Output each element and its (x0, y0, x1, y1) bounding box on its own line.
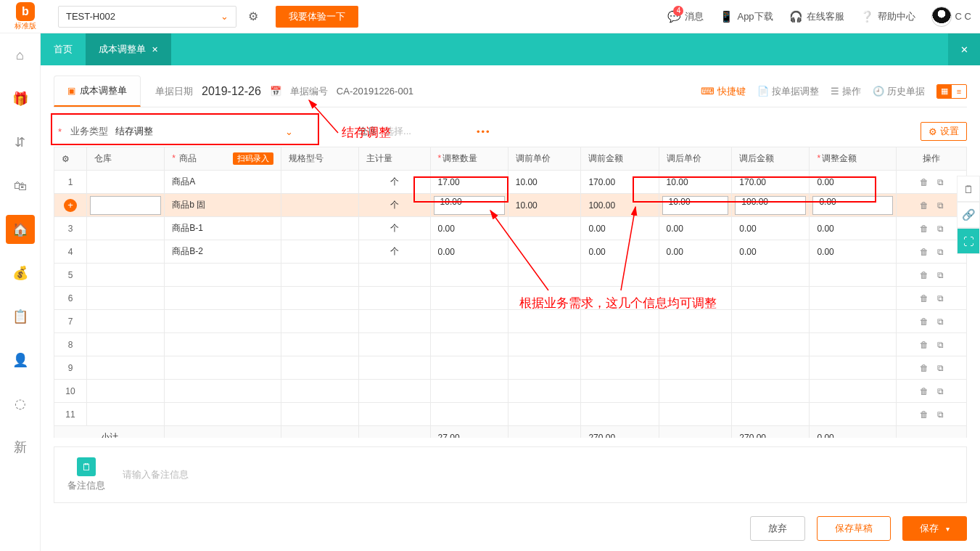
delete-icon[interactable]: 🗑 (920, 386, 928, 396)
by-bill-link[interactable]: 📄按单据调整 (757, 85, 819, 98)
discard-button[interactable]: 放弃 (750, 516, 805, 541)
copy-icon[interactable]: ⧉ (937, 177, 944, 187)
cell-input[interactable]: 100.00 (735, 196, 806, 215)
nav-contact-icon[interactable]: 👤 (6, 346, 35, 375)
nav-bag-icon[interactable]: 🛍 (6, 171, 35, 200)
warehouse-field: 仓库 选择... (358, 125, 411, 138)
gear-icon: ⚙ (928, 126, 937, 137)
table-row[interactable]: 8🗑⧉ (54, 333, 967, 356)
table-header-row: ⚙ 仓库 商品 扫码录入 规格型号 主计量 调整数量 调前单价 调前金额 调后单 (54, 147, 967, 171)
copy-icon[interactable]: ⧉ (937, 363, 944, 373)
nav-warehouse-icon[interactable]: 🏠 (6, 215, 35, 244)
delete-icon[interactable]: 🗑 (920, 224, 928, 234)
nav-home-icon[interactable]: ⌂ (6, 41, 35, 70)
grid-wrap: ⚙ 仓库 商品 扫码录入 规格型号 主计量 调整数量 调前单价 调前金额 调后单 (54, 147, 967, 438)
cell-input[interactable]: 10.00 (662, 196, 729, 215)
table-row[interactable]: 10🗑⧉ (54, 380, 967, 403)
subtotal-adj-amt: 0.00 (810, 426, 897, 438)
tab-home[interactable]: 首页 (41, 33, 86, 65)
delete-icon[interactable]: 🗑 (920, 247, 928, 257)
attach-icon[interactable]: 🔗 (957, 202, 980, 228)
nav-new-icon[interactable]: 新 (6, 433, 35, 462)
view-toggle[interactable]: ▦ ≡ (936, 84, 967, 99)
close-all-tabs[interactable]: ✕ (948, 33, 980, 65)
biz-type-select[interactable]: 结存调整 ⌄ (115, 125, 293, 138)
settings-button[interactable]: ⚙ 设置 (921, 122, 967, 141)
history-icon: 🕘 (873, 86, 884, 97)
messages-link[interactable]: 💬 消息 4 (667, 10, 704, 23)
save-draft-button[interactable]: 保存草稿 (817, 516, 891, 541)
col-config-icon[interactable]: ⚙ (54, 147, 87, 171)
cell-input[interactable]: 0.00 (812, 196, 893, 215)
note-toggle-icon[interactable]: 🗒 (957, 176, 980, 202)
remark-box: 🗒 备注信息 请输入备注信息 (54, 446, 967, 503)
list-icon: ☰ (831, 86, 839, 97)
col-qty: 调整数量 (430, 147, 508, 171)
table-row[interactable]: 1商品A个17.0010.00170.0010.00170.000.00🗑⧉ (54, 171, 967, 194)
nav-clipboard-icon[interactable]: 📋 (6, 302, 35, 331)
user-menu[interactable]: C C (931, 7, 971, 27)
copy-icon[interactable]: ⧉ (937, 270, 944, 280)
warehouse-cell-input[interactable] (90, 196, 161, 215)
delete-icon[interactable]: 🗑 (920, 177, 928, 187)
table-row[interactable]: +商品b 固个10.0010.00100.0010.00100.000.00🗑⧉ (54, 194, 967, 217)
doc-actions: ⌨快捷键 📄按单据调整 ☰操作 🕘历史单据 ▦ ≡ (701, 84, 967, 99)
expand-icon[interactable]: ⛶ (957, 228, 980, 254)
table-row[interactable]: 5🗑⧉ (54, 264, 967, 287)
delete-icon[interactable]: 🗑 (920, 200, 928, 211)
calendar-icon[interactable]: 📅 (270, 86, 281, 97)
doc-title: 成本调整单 (80, 84, 127, 97)
service-link[interactable]: 🎧 在线客服 (789, 10, 844, 23)
demo-button[interactable]: 我要体验一下 (276, 6, 358, 28)
nav-gift-icon[interactable]: 🎁 (6, 84, 35, 113)
copy-icon[interactable]: ⧉ (937, 247, 944, 257)
operate-link[interactable]: ☰操作 (831, 85, 861, 98)
tab-cost-adjust[interactable]: 成本调整单 ✕ (86, 33, 171, 65)
table-row[interactable]: 3商品B-1个0.000.000.000.000.00🗑⧉ (54, 217, 967, 240)
subtotal-label: 小计 (54, 426, 165, 438)
keyboard-icon: ⌨ (701, 86, 715, 97)
add-row-icon[interactable]: + (64, 199, 77, 212)
grid-view-icon[interactable]: ▦ (937, 85, 952, 98)
copy-icon[interactable]: ⧉ (937, 409, 944, 420)
cell-input[interactable]: 10.00 (434, 196, 505, 215)
nav-money-icon[interactable]: 💰 (6, 258, 35, 287)
warehouse-input[interactable]: 选择... (384, 125, 411, 138)
download-link[interactable]: 📱 App下载 (720, 10, 773, 23)
help-link[interactable]: ❔ 帮助中心 (860, 10, 915, 23)
table-row[interactable]: 9🗑⧉ (54, 356, 967, 380)
delete-icon[interactable]: 🗑 (920, 363, 928, 373)
tenant-select[interactable]: TEST-H002 ⌄ (58, 6, 236, 28)
scan-button[interactable]: 扫码录入 (233, 152, 273, 165)
remark-input[interactable]: 请输入备注信息 (123, 468, 956, 481)
table-row[interactable]: 11🗑⧉ (54, 403, 967, 426)
tenant-name: TEST-H002 (66, 11, 115, 22)
list-view-icon[interactable]: ≡ (952, 85, 966, 98)
close-icon[interactable]: ✕ (152, 45, 158, 54)
delete-icon[interactable]: 🗑 (920, 317, 928, 327)
biz-type-value: 结存调整 (115, 125, 153, 138)
copy-icon[interactable]: ⧉ (937, 317, 944, 327)
nav-loading-icon[interactable]: ◌ (6, 389, 35, 418)
more-icon[interactable]: ••• (477, 126, 491, 137)
doc-type-tab[interactable]: ▣ 成本调整单 (54, 75, 141, 107)
copy-icon[interactable]: ⧉ (937, 340, 944, 350)
nav-updown-icon[interactable]: ⇵ (6, 128, 35, 157)
doc-date[interactable]: 2019-12-26 (202, 85, 261, 98)
save-button[interactable]: 保存 ▾ (902, 516, 967, 541)
copy-icon[interactable]: ⧉ (937, 200, 944, 211)
delete-icon[interactable]: 🗑 (920, 340, 928, 350)
content-area: ▣ 成本调整单 单据日期 2019-12-26 📅 单据编号 CA-201912… (41, 65, 980, 551)
history-link[interactable]: 🕘历史单据 (873, 85, 925, 98)
settings-icon[interactable]: ⚙ (248, 9, 258, 23)
delete-icon[interactable]: 🗑 (920, 270, 928, 280)
copy-icon[interactable]: ⧉ (937, 293, 944, 303)
copy-icon[interactable]: ⧉ (937, 224, 944, 234)
delete-icon[interactable]: 🗑 (920, 293, 928, 303)
copy-icon[interactable]: ⧉ (937, 386, 944, 396)
table-row[interactable]: 6🗑⧉ (54, 287, 967, 310)
table-row[interactable]: 4商品B-2个0.000.000.000.000.00🗑⧉ (54, 240, 967, 264)
delete-icon[interactable]: 🗑 (920, 409, 928, 420)
table-row[interactable]: 7🗑⧉ (54, 310, 967, 333)
hotkey-link[interactable]: ⌨快捷键 (701, 85, 746, 98)
